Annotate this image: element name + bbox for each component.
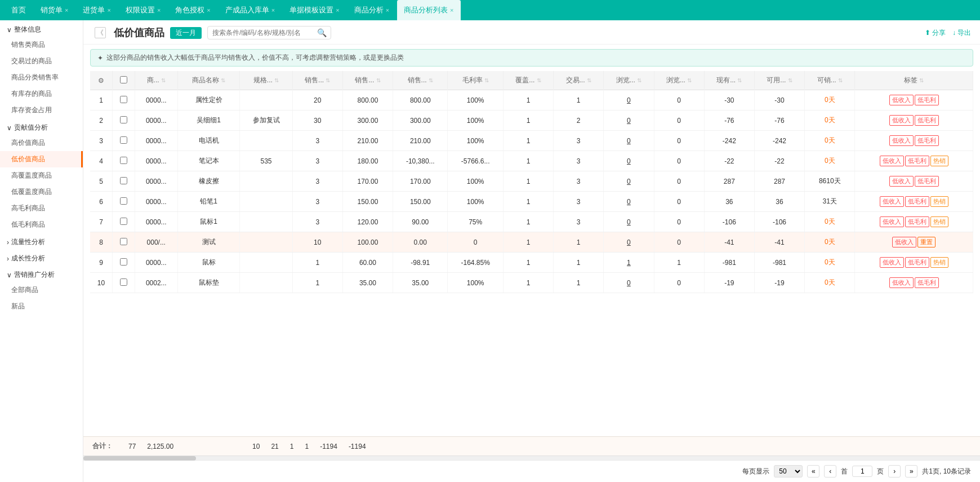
- scrollbar-area[interactable]: [83, 456, 980, 460]
- view-link[interactable]: 0: [627, 178, 631, 185]
- nav-sales[interactable]: 销货单 ×: [34, 0, 75, 20]
- share-button[interactable]: ⬆ 分享: [925, 28, 946, 38]
- row-checkbox[interactable]: [120, 157, 127, 164]
- cell-view1[interactable]: 0: [604, 151, 654, 171]
- last-page-btn[interactable]: »: [905, 465, 917, 477]
- th-trade[interactable]: 交易... ⇅: [554, 71, 604, 90]
- view-link[interactable]: 0: [627, 96, 631, 104]
- nav-close-icon[interactable]: ×: [207, 7, 210, 14]
- view-link[interactable]: 0: [627, 137, 631, 145]
- nav-close-icon[interactable]: ×: [386, 7, 389, 14]
- th-sale-qty[interactable]: 销售... ⇅: [292, 71, 342, 90]
- nav-template[interactable]: 单据模板设置 ×: [283, 0, 346, 20]
- row-checkbox[interactable]: [120, 218, 127, 225]
- cell-checkbox[interactable]: [113, 110, 135, 131]
- view-link[interactable]: 0: [627, 117, 631, 125]
- th-margin[interactable]: 毛利率 ⇅: [448, 71, 503, 90]
- th-available[interactable]: 可用... ⇅: [754, 71, 804, 90]
- sidebar-item-new-goods[interactable]: 新品: [0, 298, 83, 315]
- cell-view1[interactable]: 0: [604, 131, 654, 151]
- cell-checkbox[interactable]: [113, 232, 135, 253]
- view-link[interactable]: 0: [627, 218, 631, 226]
- view-link[interactable]: 0: [627, 198, 631, 206]
- sidebar-group-overall[interactable]: ∨ 整体信息: [0, 20, 83, 37]
- th-checkbox[interactable]: [113, 71, 135, 90]
- sidebar-group-traffic[interactable]: › 流量性分析: [0, 233, 83, 249]
- search-input[interactable]: [207, 26, 331, 39]
- select-all-checkbox[interactable]: [120, 76, 127, 83]
- sidebar-item-traded-goods[interactable]: 交易过的商品: [0, 53, 83, 69]
- view-link[interactable]: 0: [627, 157, 631, 165]
- nav-close-icon[interactable]: ×: [107, 7, 110, 14]
- nav-product-analysis[interactable]: 商品分析 ×: [348, 0, 396, 20]
- nav-home[interactable]: 首页: [5, 0, 33, 20]
- th-name[interactable]: 商品名称 ⇅: [177, 71, 240, 90]
- sidebar-item-inventory-fund[interactable]: 库存资金占用: [0, 102, 83, 118]
- th-code[interactable]: 商... ⇅: [135, 71, 177, 90]
- cell-checkbox[interactable]: [113, 273, 135, 293]
- sidebar-group-marketing[interactable]: ∨ 营销推广分析: [0, 266, 83, 282]
- cell-view1[interactable]: 1: [604, 253, 654, 273]
- row-checkbox[interactable]: [120, 96, 127, 103]
- sidebar-item-inventory-goods[interactable]: 有库存的商品: [0, 86, 83, 102]
- cell-view1[interactable]: 0: [604, 110, 654, 131]
- per-page-select[interactable]: 50 100: [774, 465, 803, 477]
- th-tags[interactable]: 标签 ⇅: [855, 71, 973, 90]
- export-button[interactable]: ↓ 导出: [952, 28, 971, 38]
- th-view2[interactable]: 浏览... ⇅: [654, 71, 704, 90]
- sidebar-item-low-coverage[interactable]: 低覆盖度商品: [0, 184, 83, 200]
- view-link[interactable]: 0: [627, 238, 631, 246]
- view-link[interactable]: 1: [627, 259, 631, 267]
- th-cover[interactable]: 覆盖... ⇅: [503, 71, 553, 90]
- nav-purchase[interactable]: 进货单 ×: [76, 0, 117, 20]
- cell-checkbox[interactable]: [113, 90, 135, 110]
- sidebar-item-category-rate[interactable]: 商品分类销售率: [0, 69, 83, 86]
- nav-product-list[interactable]: 商品分析列表 ×: [397, 0, 460, 20]
- cell-view1[interactable]: 0: [604, 171, 654, 192]
- table-wrapper[interactable]: ⚙ 商... ⇅ 商品名称 ⇅ 规格... ⇅ 销售... ⇅ 销售... ⇅ …: [83, 71, 980, 436]
- cell-view1[interactable]: 0: [604, 212, 654, 232]
- row-checkbox[interactable]: [120, 238, 127, 245]
- sidebar-item-sales-goods[interactable]: 销售类商品: [0, 37, 83, 53]
- cell-view1[interactable]: 0: [604, 232, 654, 253]
- sidebar-group-contribution[interactable]: ∨ 贡献值分析: [0, 118, 83, 135]
- sidebar-item-high-value[interactable]: 高价值商品: [0, 135, 83, 151]
- sidebar-item-high-margin[interactable]: 高毛利商品: [0, 200, 83, 216]
- row-checkbox[interactable]: [120, 258, 127, 266]
- row-checkbox[interactable]: [120, 177, 127, 184]
- nav-close-icon[interactable]: ×: [271, 7, 275, 14]
- row-checkbox[interactable]: [120, 136, 127, 144]
- nav-role[interactable]: 角色授权 ×: [168, 0, 217, 20]
- row-checkbox[interactable]: [120, 197, 127, 205]
- time-filter-btn[interactable]: 近一月: [170, 27, 202, 39]
- cell-checkbox[interactable]: [113, 253, 135, 273]
- cell-checkbox[interactable]: [113, 192, 135, 212]
- th-sale-price[interactable]: 销售... ⇅: [342, 71, 393, 90]
- th-current[interactable]: 现有... ⇅: [704, 71, 754, 90]
- sidebar-item-high-coverage[interactable]: 高覆盖度商品: [0, 167, 83, 184]
- current-page-input[interactable]: [852, 466, 872, 477]
- view-link[interactable]: 0: [627, 279, 631, 287]
- th-sale-amount[interactable]: 销售... ⇅: [393, 71, 448, 90]
- cell-view1[interactable]: 0: [604, 192, 654, 212]
- nav-permission[interactable]: 权限设置 ×: [119, 0, 167, 20]
- sidebar-item-all-goods[interactable]: 全部商品: [0, 282, 83, 298]
- nav-close-icon[interactable]: ×: [336, 7, 339, 14]
- th-view1[interactable]: 浏览... ⇅: [604, 71, 654, 90]
- cell-view1[interactable]: 0: [604, 90, 654, 110]
- sidebar-item-low-value[interactable]: 低价值商品: [0, 151, 83, 167]
- cell-checkbox[interactable]: [113, 171, 135, 192]
- th-sellable[interactable]: 可销... ⇅: [805, 71, 855, 90]
- row-checkbox[interactable]: [120, 278, 127, 286]
- nav-close-icon[interactable]: ×: [450, 7, 453, 14]
- nav-close-icon[interactable]: ×: [157, 7, 161, 14]
- sidebar-item-low-margin[interactable]: 低毛利商品: [0, 216, 83, 233]
- th-spec[interactable]: 规格... ⇅: [240, 71, 292, 90]
- cell-checkbox[interactable]: [113, 212, 135, 232]
- next-page-btn[interactable]: ›: [888, 465, 901, 477]
- sidebar-group-growth[interactable]: › 成长性分析: [0, 249, 83, 266]
- collapse-button[interactable]: 《: [95, 27, 106, 38]
- cell-view1[interactable]: 0: [604, 273, 654, 293]
- th-settings[interactable]: ⚙: [90, 71, 113, 90]
- prev-page-btn[interactable]: ‹: [824, 465, 836, 477]
